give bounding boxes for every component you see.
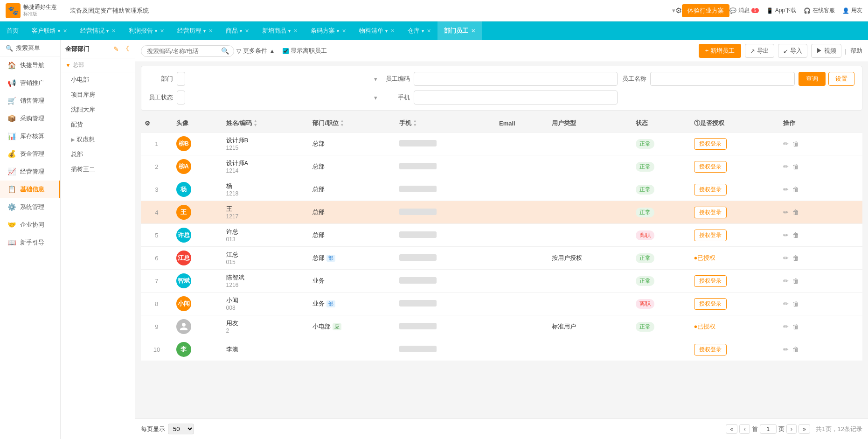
next-page-button[interactable]: › bbox=[786, 424, 797, 434]
edit-button[interactable]: ✏ bbox=[783, 277, 789, 285]
app-download-button[interactable]: 📱 App下载 bbox=[766, 7, 796, 14]
per-page-select[interactable]: 50 100 bbox=[168, 424, 194, 434]
dept-item-insert[interactable]: 插树王二 bbox=[61, 162, 135, 177]
export-button[interactable]: ↗ 导出 bbox=[745, 44, 774, 58]
sort-phone[interactable]: 手机 ▲▼ bbox=[399, 119, 492, 127]
delete-button[interactable]: 🗑 bbox=[792, 140, 799, 147]
dept-item-shenyang[interactable]: 沈阳大库 bbox=[61, 102, 135, 117]
nav-profit[interactable]: 利润报告 ▾ ✕ bbox=[122, 21, 171, 40]
auth-button[interactable]: 授权登录 bbox=[694, 344, 727, 355]
sidebar-item-marketing[interactable]: 📢 营销推广 bbox=[0, 74, 60, 92]
edit-button[interactable]: ✏ bbox=[783, 209, 789, 216]
nav-history[interactable]: 经营历程 ▾ ✕ bbox=[171, 21, 219, 40]
th-name[interactable]: 姓名/编码 ▲▼ bbox=[222, 114, 309, 132]
sidebar-item-basic-info[interactable]: 📋 基础信息 bbox=[0, 181, 60, 198]
sidebar-item-system[interactable]: ⚙️ 系统管理 bbox=[0, 198, 60, 216]
sort-name[interactable]: 姓名/编码 ▲▼ bbox=[226, 119, 306, 127]
auth-button[interactable]: 授权登录 bbox=[694, 138, 727, 150]
edit-button[interactable]: ✏ bbox=[783, 300, 789, 307]
auth-button[interactable]: 授权登录 bbox=[694, 184, 727, 195]
edit-button[interactable]: ✏ bbox=[783, 346, 789, 353]
filter-dept-select[interactable] bbox=[177, 72, 185, 86]
help-label[interactable]: 帮助 bbox=[850, 47, 862, 55]
nav-goods[interactable]: 商品 ▾ ✕ bbox=[219, 21, 256, 40]
nav-barcode-close[interactable]: ✕ bbox=[342, 28, 346, 34]
add-employee-button[interactable]: + 新增员工 bbox=[699, 44, 741, 58]
nav-new-goods[interactable]: 新增商品 ▾ ✕ bbox=[256, 21, 304, 40]
search-submit-button[interactable]: 🔍 bbox=[221, 47, 229, 55]
edit-button[interactable]: ✏ bbox=[783, 231, 789, 239]
nav-employees[interactable]: 部门员工 ✕ bbox=[437, 21, 482, 40]
nav-goods-close[interactable]: ✕ bbox=[245, 28, 249, 34]
nav-customer-close[interactable]: ✕ bbox=[63, 28, 67, 34]
auth-button[interactable]: 授权登录 bbox=[694, 161, 727, 173]
experience-button[interactable]: 体验行业方案 bbox=[682, 4, 729, 17]
sidebar-item-quick-nav[interactable]: 🏠 快捷导航 bbox=[0, 56, 60, 74]
help-button[interactable]: | bbox=[845, 48, 847, 55]
filter-status-select[interactable] bbox=[177, 91, 185, 105]
nav-ops-close[interactable]: ✕ bbox=[111, 28, 116, 34]
delete-button[interactable]: 🗑 bbox=[792, 346, 799, 353]
sidebar-item-finance[interactable]: 💰 资金管理 bbox=[0, 145, 60, 163]
last-page-button[interactable]: » bbox=[799, 424, 810, 434]
reset-button[interactable]: 设置 bbox=[828, 72, 854, 86]
view-button[interactable]: ▶ 视频 bbox=[811, 44, 841, 58]
sidebar-item-sales[interactable]: 🛒 销售管理 bbox=[0, 92, 60, 110]
user-button[interactable]: 👤 用友 bbox=[842, 7, 862, 14]
column-settings-icon[interactable]: ⚙ bbox=[145, 120, 150, 127]
dept-item-project[interactable]: 项目库房 bbox=[61, 87, 135, 102]
nav-operations[interactable]: 经营情况 ▾ ✕ bbox=[74, 21, 122, 40]
page-number-input[interactable] bbox=[760, 424, 777, 434]
message-button[interactable]: 💬 消息 5 bbox=[729, 7, 759, 14]
sidebar-item-operations[interactable]: 📈 经营管理 bbox=[0, 163, 60, 181]
show-resigned-input[interactable] bbox=[283, 48, 289, 54]
nav-wh-close[interactable]: ✕ bbox=[427, 28, 431, 34]
first-page-button[interactable]: « bbox=[726, 424, 737, 434]
sidebar-item-enterprise[interactable]: 🤝 企业协同 bbox=[0, 216, 60, 234]
nav-barcode[interactable]: 条码方案 ▾ ✕ bbox=[304, 21, 353, 40]
dept-tree-collapse-btn[interactable]: 《 bbox=[122, 44, 130, 54]
sidebar-search[interactable]: 🔍 搜索菜单 bbox=[0, 40, 60, 56]
nav-home[interactable]: 首页 bbox=[0, 21, 25, 40]
prev-page-button[interactable]: ‹ bbox=[739, 424, 750, 434]
filter-emp-code-input[interactable] bbox=[414, 72, 618, 86]
nav-profit-close[interactable]: ✕ bbox=[160, 28, 164, 34]
delete-button[interactable]: 🗑 bbox=[792, 300, 799, 307]
filter-phone-input[interactable] bbox=[414, 91, 618, 105]
delete-button[interactable]: 🗑 bbox=[792, 231, 799, 239]
auth-button[interactable]: 授权登录 bbox=[694, 275, 727, 287]
edit-button[interactable]: ✏ bbox=[783, 254, 789, 262]
delete-button[interactable]: 🗑 bbox=[792, 277, 799, 285]
dept-tree-edit-btn[interactable]: ✎ bbox=[112, 44, 120, 54]
dropdown-arrow-icon[interactable]: ▾ bbox=[672, 7, 675, 14]
sidebar-item-inventory[interactable]: 📊 库存核算 bbox=[0, 127, 60, 145]
nav-history-close[interactable]: ✕ bbox=[208, 28, 213, 34]
th-dept[interactable]: 部门/职位 ▲▼ bbox=[309, 114, 396, 132]
nav-emp-close[interactable]: ✕ bbox=[471, 28, 475, 34]
nav-customer[interactable]: 客户联络 ▾ ✕ bbox=[25, 21, 74, 40]
query-button[interactable]: 查询 bbox=[799, 72, 826, 86]
th-phone[interactable]: 手机 ▲▼ bbox=[396, 114, 495, 132]
sidebar-item-purchase[interactable]: 📦 采购管理 bbox=[0, 110, 60, 127]
dept-item-small-elec[interactable]: 小电部 bbox=[61, 72, 135, 87]
delete-button[interactable]: 🗑 bbox=[792, 163, 799, 170]
auth-button[interactable]: 授权登录 bbox=[694, 230, 727, 241]
sidebar-item-guide[interactable]: 📖 新手引导 bbox=[0, 234, 60, 251]
edit-button[interactable]: ✏ bbox=[783, 186, 789, 193]
online-service-button[interactable]: 🎧 在线客服 bbox=[804, 7, 835, 14]
delete-button[interactable]: 🗑 bbox=[792, 323, 799, 330]
auth-button[interactable]: 授权登录 bbox=[694, 207, 727, 218]
dept-item-dual[interactable]: ▶ 双虑想 bbox=[61, 132, 135, 147]
auth-button[interactable]: 授权登录 bbox=[694, 298, 727, 310]
edit-button[interactable]: ✏ bbox=[783, 323, 789, 330]
settings-button[interactable]: ⚙ bbox=[675, 6, 682, 15]
edit-button[interactable]: ✏ bbox=[783, 140, 789, 147]
nav-warehouse[interactable]: 仓库 ▾ ✕ bbox=[401, 21, 437, 40]
delete-button[interactable]: 🗑 bbox=[792, 254, 799, 262]
delete-button[interactable]: 🗑 bbox=[792, 209, 799, 216]
filter-emp-name-input[interactable] bbox=[650, 72, 795, 86]
show-resigned-checkbox[interactable]: 显示离职员工 bbox=[283, 47, 327, 55]
import-button[interactable]: ↙ 导入 bbox=[778, 44, 807, 58]
edit-button[interactable]: ✏ bbox=[783, 163, 789, 170]
nav-bom-close[interactable]: ✕ bbox=[390, 28, 395, 34]
